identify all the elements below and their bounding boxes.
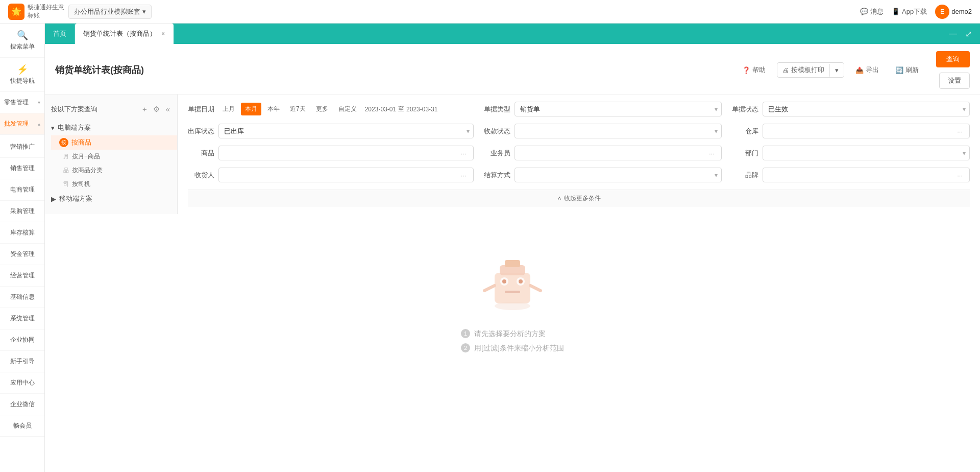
sidebar: 🔍 搜索菜单 ⚡ 快捷导航 零售管理 ▾ 批发管理 ▴ 营销推广 销售管理 电商… — [0, 23, 45, 472]
sidebar-item-basics[interactable]: 基础信息 — [0, 287, 44, 308]
content-area: 首页 销货单统计表（按商品） × — ⤢ 销货单统计表(按商品) ❓ — [45, 23, 980, 472]
empty-state-illustration — [482, 255, 543, 316]
product-input[interactable] — [218, 146, 474, 160]
tip1-text: 请先选择要分析的方案 — [474, 326, 546, 341]
bill-type-select[interactable]: 销货单 — [514, 102, 722, 116]
filter-panel: 按以下方案查询 + ⚙ « ▾ 电脑端方案 — [45, 95, 980, 214]
ecommerce-label: 电商管理 — [10, 186, 35, 193]
empty-tip-2: 2 用[过滤]条件来缩小分析范围 — [461, 341, 564, 355]
bill-status-select[interactable]: 已生效 — [763, 102, 970, 116]
warehouse-label: 仓库 — [732, 127, 763, 136]
industry-selector[interactable]: 办公用品行业模拟账套 ▾ — [68, 5, 152, 19]
sidebar-item-quick-nav[interactable]: ⚡ 快捷导航 — [0, 58, 44, 92]
export-button[interactable]: 📤 导出 — [850, 63, 884, 77]
top-header: 🌟 畅捷通好生意 标账 办公用品行业模拟账套 ▾ 💬 消息 📱 App下载 E … — [0, 0, 980, 23]
sidebar-item-purchase[interactable]: 采购管理 — [0, 201, 44, 222]
message-button[interactable]: 💬 消息 — [860, 7, 884, 16]
tab-sales-stats[interactable]: 销货单统计表（按商品） × — [75, 23, 174, 44]
date-tab-more[interactable]: 更多 — [312, 103, 332, 115]
help-button[interactable]: ❓ 帮助 — [737, 63, 771, 77]
sidebar-item-system[interactable]: 系统管理 — [0, 308, 44, 329]
sidebar-item-marketing[interactable]: 营销推广 — [0, 135, 44, 158]
print-dropdown-button[interactable]: ▾ — [829, 64, 844, 77]
tree-item-driver[interactable]: 司 按司机 — [51, 177, 177, 191]
industry-label: 办公用品行业模拟账套 — [74, 7, 140, 16]
tree-item-by-product[interactable]: 按 按商品 — [51, 135, 177, 150]
sidebar-item-finance[interactable]: 资金管理 — [0, 244, 44, 265]
date-tab-current-month[interactable]: 本月 — [241, 103, 261, 115]
sidebar-item-members[interactable]: 畅会员 — [0, 415, 44, 437]
sidebar-item-search[interactable]: 🔍 搜索菜单 — [0, 23, 44, 58]
operations-label: 经营管理 — [10, 272, 35, 279]
collapse-scheme-icon[interactable]: « — [165, 104, 171, 115]
payment-select[interactable] — [514, 168, 722, 182]
wholesale-label: 批发管理 — [4, 120, 29, 128]
refresh-button[interactable]: 🔄 刷新 — [890, 63, 924, 77]
refresh-icon: 🔄 — [895, 66, 903, 74]
dept-select[interactable] — [763, 146, 970, 160]
sidebar-item-corp-wechat[interactable]: 企业微信 — [0, 394, 44, 415]
print-button[interactable]: 🖨 按模板打印 — [777, 63, 829, 77]
product-dots-icon[interactable]: ··· — [458, 149, 470, 157]
sidebar-item-app-center[interactable]: 应用中心 — [0, 372, 44, 394]
sidebar-item-sales[interactable]: 销售管理 — [0, 158, 44, 179]
sidebar-item-operations[interactable]: 经营管理 — [0, 265, 44, 287]
tree-item-category-icon: 品 — [63, 167, 69, 174]
sidebar-item-retail[interactable]: 零售管理 ▾ — [0, 92, 44, 113]
basics-label: 基础信息 — [10, 293, 35, 300]
warehouse-dots-icon[interactable]: ··· — [954, 127, 966, 135]
sidebar-item-wholesale[interactable]: 批发管理 ▴ — [0, 113, 44, 135]
add-scheme-icon[interactable]: + — [141, 104, 148, 115]
date-tab-last-month[interactable]: 上月 — [218, 103, 239, 115]
print-icon: 🖨 — [782, 66, 789, 74]
sidebar-item-onboarding[interactable]: 新手引导 — [0, 351, 44, 372]
receiver-input[interactable] — [218, 168, 474, 182]
app-download-button[interactable]: 📱 App下载 — [892, 7, 927, 16]
tree-mobile-section[interactable]: ▶ 移动端方案 — [45, 191, 177, 206]
receiver-dots-icon[interactable]: ··· — [458, 171, 470, 179]
retail-label: 零售管理 — [4, 98, 29, 107]
purchase-label: 采购管理 — [10, 207, 35, 215]
filter-date: 单据日期 上月 本月 本年 近7天 更多 — [188, 103, 474, 115]
tree-pc-label: 电脑端方案 — [58, 123, 91, 132]
staff-dots-icon[interactable]: ··· — [706, 149, 718, 157]
filter-receiver: 收货人 ··· — [188, 168, 474, 182]
out-status-select[interactable]: 已出库 — [218, 124, 474, 138]
sidebar-item-ecommerce[interactable]: 电商管理 — [0, 179, 44, 201]
search-icon: 🔍 — [2, 30, 42, 41]
tab-minimize-icon[interactable]: — — [947, 27, 959, 40]
brand-dots-icon[interactable]: ··· — [954, 171, 966, 179]
date-label: 单据日期 — [188, 105, 218, 114]
tab-home[interactable]: 首页 — [45, 23, 75, 44]
collect-status-select[interactable] — [514, 124, 722, 138]
date-tab-custom[interactable]: 自定义 — [334, 103, 361, 115]
sidebar-item-inventory[interactable]: 库存核算 — [0, 222, 44, 244]
date-tab-current-year[interactable]: 本年 — [263, 103, 284, 115]
filter-left-header: 按以下方案查询 + ⚙ « — [45, 101, 177, 120]
query-button[interactable]: 查询 — [936, 51, 970, 67]
tab-home-label: 首页 — [53, 29, 66, 38]
tab-sales-stats-label: 销货单统计表（按商品） — [83, 29, 156, 38]
staff-input[interactable] — [514, 146, 722, 160]
collapse-bar[interactable]: ∧ 收起更多条件 — [188, 190, 970, 207]
out-status-label: 出库状态 — [188, 127, 218, 136]
tree-mobile-expand-icon: ▶ — [51, 195, 56, 203]
header-left: 🌟 畅捷通好生意 标账 办公用品行业模拟账套 ▾ — [8, 4, 152, 20]
tab-maximize-icon[interactable]: ⤢ — [963, 27, 974, 41]
filter-warehouse: 仓库 ··· — [732, 124, 970, 138]
settings-button[interactable]: 设置 — [939, 73, 970, 89]
sidebar-item-enterprise[interactable]: 企业协同 — [0, 329, 44, 351]
tree-item-month-product[interactable]: 月 按月+商品 — [51, 150, 177, 163]
date-tab-7days[interactable]: 近7天 — [286, 103, 310, 115]
tree-pc-section[interactable]: ▾ 电脑端方案 — [45, 120, 177, 135]
settings-scheme-icon[interactable]: ⚙ — [152, 104, 161, 115]
product-label: 商品 — [188, 149, 218, 158]
query-actions: 查询 设置 — [936, 51, 970, 89]
tree-item-category[interactable]: 品 按商品分类 — [51, 163, 177, 177]
filter-bill-type: 单据类型 销货单 — [484, 102, 722, 116]
collect-status-label: 收款状态 — [484, 127, 514, 136]
brand-input[interactable] — [763, 168, 970, 182]
warehouse-input[interactable] — [763, 124, 970, 138]
tab-close-icon[interactable]: × — [161, 30, 165, 37]
user-area[interactable]: E demo2 — [935, 5, 972, 19]
